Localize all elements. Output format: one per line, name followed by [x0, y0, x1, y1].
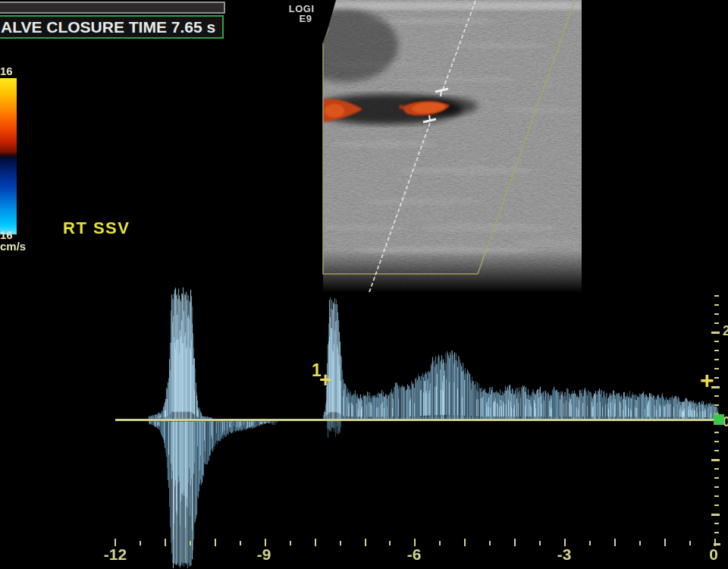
spectral-baseline[interactable] [115, 419, 720, 421]
axis-tick [290, 541, 291, 545]
axis-tick [714, 295, 719, 297]
axis-tick [489, 541, 491, 545]
axis-tick [714, 523, 719, 524]
time-axis-label: -12 [104, 545, 127, 564]
baseline-marker[interactable] [714, 414, 724, 425]
measurement-marker-1-cross-icon[interactable]: + [319, 370, 331, 390]
axis-tick [714, 322, 719, 324]
axis-tick [589, 541, 591, 545]
axis-tick [539, 541, 541, 545]
axis-tick [714, 486, 719, 488]
velocity-axis-label-upper: 2 [723, 323, 728, 339]
axis-tick [240, 541, 241, 545]
axis-tick [714, 359, 719, 360]
axis-tick [714, 495, 719, 497]
axis-tick [714, 313, 719, 315]
axis-tick [714, 450, 719, 451]
axis-tick [714, 341, 719, 342]
axis-tick [315, 539, 316, 546]
axes-layer: -12-9-6-30 [0, 0, 728, 569]
ultrasound-screen: ALVE CLOSURE TIME 7.65 s LOGIQ E9 16 16 … [0, 0, 728, 569]
axis-tick [714, 477, 719, 479]
axis-tick [365, 539, 366, 546]
axis-tick [714, 377, 719, 379]
axis-tick [140, 541, 141, 545]
axis-tick [714, 368, 719, 369]
axis-tick [714, 468, 719, 470]
axis-tick [714, 505, 719, 506]
axis-tick [714, 395, 719, 397]
axis-tick [190, 541, 191, 545]
axis-tick [714, 532, 719, 533]
axis-tick [714, 441, 719, 442]
axis-tick [639, 541, 641, 545]
axis-tick [215, 539, 216, 546]
time-axis-label: 0 [709, 545, 718, 564]
axis-tick [514, 539, 516, 546]
axis-tick [714, 432, 719, 433]
axis-tick [711, 514, 720, 516]
axis-tick [464, 539, 466, 546]
axis-tick [340, 541, 341, 545]
time-axis-label: -9 [257, 545, 271, 564]
axis-tick [389, 541, 391, 545]
axis-tick [714, 404, 719, 406]
time-axis-label: -3 [557, 545, 572, 564]
axis-tick [714, 304, 719, 306]
axis-tick [714, 350, 719, 351]
axis-tick [664, 539, 666, 546]
time-axis-label: -6 [407, 545, 422, 564]
active-cursor-cross-icon[interactable]: + [700, 369, 714, 391]
axis-tick [614, 539, 616, 546]
axis-tick [165, 539, 166, 546]
axis-tick [711, 459, 720, 461]
axis-tick [711, 332, 720, 334]
axis-tick [689, 541, 691, 545]
axis-tick [439, 541, 441, 545]
